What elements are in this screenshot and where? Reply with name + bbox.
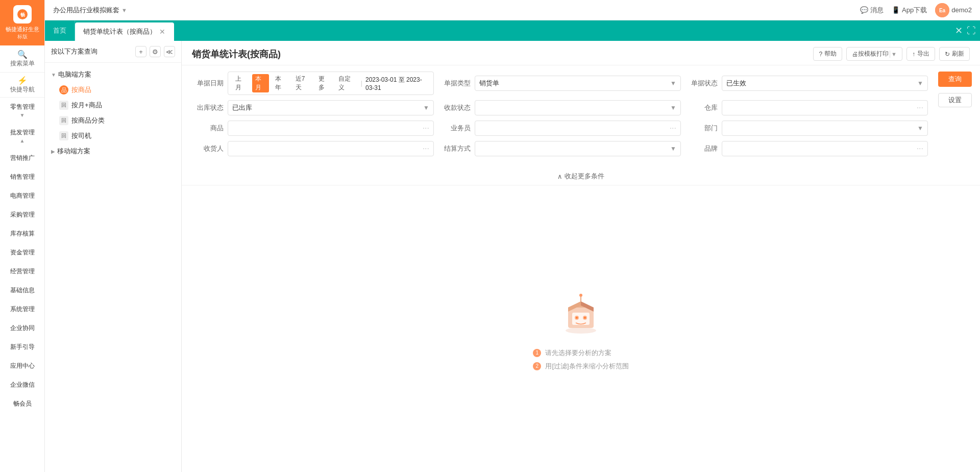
sidebar-item-member[interactable]: 畅会员 xyxy=(0,394,45,413)
collapse-panel-btn[interactable]: ≪ xyxy=(164,46,175,57)
sidebar-search[interactable]: 🔍 搜索菜单 xyxy=(0,45,45,73)
avatar: Ea xyxy=(935,3,949,17)
sidebar-item-newuser[interactable]: 新手引导 xyxy=(0,338,45,357)
tree-child-by-month-product[interactable]: 回 按月+商品 xyxy=(45,98,181,113)
empty-tip-1: 1 请先选择要分析的方案 xyxy=(533,348,628,358)
sidebar-item-system[interactable]: 系统管理 xyxy=(0,300,45,319)
sidebar-item-inventory[interactable]: 库存核算 xyxy=(0,224,45,243)
salesperson-more-icon: ··· xyxy=(670,124,676,133)
app-subtitle: 标版 xyxy=(17,33,28,40)
department-label: 部门 xyxy=(686,124,722,133)
account-selector[interactable]: 办公用品行业模拟账套 ▼ xyxy=(53,6,127,15)
dropdown-icon: ▼ xyxy=(121,7,127,13)
date-btn-prev[interactable]: 上月 xyxy=(232,74,249,92)
sidebar-item-cooperation[interactable]: 企业协同 xyxy=(0,319,45,338)
query-button[interactable]: 查询 xyxy=(938,72,972,87)
type-control[interactable]: 销货单 ▼ xyxy=(475,76,681,91)
salesperson-control[interactable]: ··· xyxy=(475,121,681,136)
date-label: 单据日期 xyxy=(192,79,228,88)
filter-payment: 收款状态 ▼ xyxy=(439,100,681,115)
app-logo[interactable]: 畅 畅捷通好生意 标版 xyxy=(0,0,45,45)
payment-label: 收款状态 xyxy=(439,103,475,112)
warehouse-control[interactable]: ··· xyxy=(722,100,928,115)
tree-parent-desktop[interactable]: ▼ 电脑端方案 xyxy=(45,67,181,82)
sidebar-item-retail[interactable]: 零售管理 ▼ xyxy=(0,98,45,123)
collapse-bar[interactable]: ∧ 收起更多条件 xyxy=(182,168,980,185)
print-btn[interactable]: 🖨 按模板打印 ▼ xyxy=(846,47,902,61)
chevron-down-icon: ▼ xyxy=(51,72,56,78)
help-btn[interactable]: ? 帮助 xyxy=(813,47,842,61)
tree-child-by-cashier[interactable]: 回 按司机 xyxy=(45,128,181,144)
payment-control[interactable]: ▼ xyxy=(475,100,681,115)
topbar-left: 办公用品行业模拟账套 ▼ xyxy=(53,6,127,15)
filter-row-3: 商品 ··· 业务员 ··· xyxy=(192,121,928,136)
right-panel: 销货单统计表(按商品) ? 帮助 🖨 按模板打印 ▼ ↑ 导出 xyxy=(182,41,980,472)
add-scheme-btn[interactable]: + xyxy=(135,46,146,57)
sidebar-item-corpwechat[interactable]: 企业微信 xyxy=(0,375,45,394)
sidebar-item-marketing[interactable]: 营销推广 xyxy=(0,149,45,168)
tab-close-all-btn[interactable]: ✕ xyxy=(955,25,963,36)
date-btn-current[interactable]: 本月 xyxy=(252,74,269,92)
date-separator: | xyxy=(361,80,362,87)
sidebar-item-appcenter[interactable]: 应用中心 xyxy=(0,357,45,375)
sidebar-item-system-label: 系统管理 xyxy=(10,305,35,314)
message-btn[interactable]: 💬 消息 xyxy=(860,6,884,15)
sidebar-quicknav[interactable]: ⚡ 快捷导航 xyxy=(0,73,45,98)
date-btn-custom[interactable]: 自定义 xyxy=(335,74,358,92)
message-label: 消息 xyxy=(870,6,884,15)
print-icon: 🖨 xyxy=(852,51,858,58)
settings-scheme-btn[interactable]: ⚙ xyxy=(150,46,161,57)
refresh-btn[interactable]: ↻ 刷新 xyxy=(939,47,970,61)
filter-salesperson: 业务员 ··· xyxy=(439,121,681,136)
sidebar-item-purchase[interactable]: 采购管理 xyxy=(0,205,45,224)
receiver-control[interactable]: ··· xyxy=(228,141,434,156)
sidebar-search-label: 搜索菜单 xyxy=(0,59,45,68)
tree-parent-mobile[interactable]: ▶ 移动端方案 xyxy=(45,144,181,159)
tree-section: ▼ 电脑端方案 品 按商品 回 按月+商品 回 按商品分类 回 按司 xyxy=(45,63,181,163)
sidebar-item-operations[interactable]: 经营管理 xyxy=(0,262,45,281)
chevron-down-icon: ▼ xyxy=(20,112,25,118)
tabbar: 首页 销货单统计表（按商品） ✕ ✕ ⛶ xyxy=(45,20,980,41)
date-control[interactable]: 上月 本月 本年 近7天 更多 自定义 | 2023-03-01 至 2023-… xyxy=(228,72,434,95)
outbound-control[interactable]: 已出库 ▼ xyxy=(228,100,434,115)
filter-department: 部门 ▼ xyxy=(686,121,928,136)
date-btn-year[interactable]: 本年 xyxy=(272,74,289,92)
export-btn[interactable]: ↑ 导出 xyxy=(906,47,935,61)
left-panel-header: 按以下方案查询 + ⚙ ≪ xyxy=(45,41,181,63)
filter-and-btn: 单据日期 上月 本月 本年 近7天 更多 自定义 | 2023-03-01 至 … xyxy=(182,65,980,168)
status-control[interactable]: 已生效 ▼ xyxy=(722,76,928,91)
empty-tip-2: 2 用[过滤]条件来缩小分析范围 xyxy=(533,362,628,371)
brand-control[interactable]: ··· xyxy=(722,141,928,156)
settlement-control[interactable]: ▼ xyxy=(475,141,681,156)
print-dropdown-icon[interactable]: ▼ xyxy=(891,51,897,57)
tab-close-icon[interactable]: ✕ xyxy=(159,28,165,35)
sidebar-item-ecommerce[interactable]: 电商管理 xyxy=(0,186,45,205)
sidebar-item-sales[interactable]: 销售管理 xyxy=(0,168,45,186)
product-control[interactable]: ··· xyxy=(228,121,434,136)
sidebar-item-cooperation-label: 企业协同 xyxy=(10,324,35,333)
filter-settlement: 结算方式 ▼ xyxy=(439,141,681,156)
tab-expand-btn[interactable]: ⛶ xyxy=(967,26,976,36)
tab-home[interactable]: 首页 xyxy=(45,20,75,41)
tab-report[interactable]: 销货单统计表（按商品） ✕ xyxy=(75,22,174,41)
collapse-label: 收起更多条件 xyxy=(565,172,604,181)
date-btn-7days[interactable]: 近7天 xyxy=(292,74,312,92)
sidebar-item-wholesale-label: 批发管理 xyxy=(10,128,35,137)
tree-child-icon: 品 xyxy=(59,85,68,95)
app-icon: 📱 xyxy=(892,6,900,14)
date-btn-more[interactable]: 更多 xyxy=(315,74,332,92)
sidebar-item-basic[interactable]: 基础信息 xyxy=(0,281,45,300)
content-area: 按以下方案查询 + ⚙ ≪ ▼ 电脑端方案 品 按商品 回 xyxy=(45,41,980,472)
department-control[interactable]: ▼ xyxy=(722,121,928,136)
sidebar-item-finance[interactable]: 资金管理 xyxy=(0,243,45,262)
empty-state: 1 请先选择要分析的方案 2 用[过滤]条件来缩小分析范围 xyxy=(182,185,980,472)
sidebar-item-wholesale[interactable]: 批发管理 ▲ xyxy=(0,123,45,149)
date-value: 2023-03-01 至 2023-03-31 xyxy=(365,76,429,91)
left-panel-header-actions: + ⚙ ≪ xyxy=(135,46,175,57)
user-menu[interactable]: Ea demo2 xyxy=(935,3,972,17)
settings-button[interactable]: 设置 xyxy=(938,93,972,107)
tree-child-by-category[interactable]: 回 按商品分类 xyxy=(45,113,181,128)
app-download-label: App下载 xyxy=(902,6,927,15)
app-download-btn[interactable]: 📱 App下载 xyxy=(892,6,927,15)
tree-child-by-product[interactable]: 品 按商品 xyxy=(45,82,181,98)
